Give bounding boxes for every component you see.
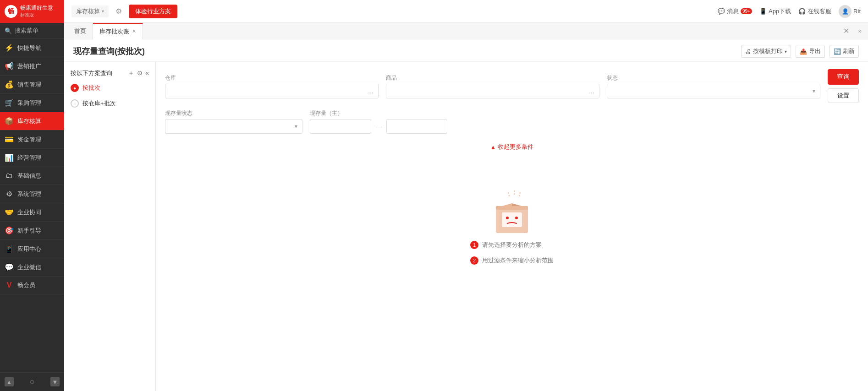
scheme-active-dot: ●: [71, 84, 79, 92]
product-filter-group: 商品 ...: [386, 74, 599, 98]
workspace: 按以下方案查询 ＋ ⊙ « ● 按批次 ○ 按仓库+批次: [64, 62, 868, 391]
messages-button[interactable]: 💬 消息 99+: [718, 7, 752, 16]
breadcrumb[interactable]: 库存核算 ▾: [71, 5, 109, 17]
sidebar-item-label: 基础信息: [17, 172, 41, 180]
sidebar-item-sales[interactable]: 💰 销售管理: [0, 76, 64, 94]
brand-version: 标准版: [20, 12, 53, 18]
warehouse-more-icon[interactable]: ...: [368, 87, 374, 95]
page-header: 现存量查询(按批次) 🖨 按模板打印 ▾ 📤 导出 🔄 刷新: [64, 39, 868, 62]
trial-button[interactable]: 体验行业方案: [129, 5, 177, 18]
close-panel-button[interactable]: ✕: [837, 27, 856, 35]
page-title: 现存量查询(按批次): [73, 46, 145, 57]
app-download-button[interactable]: 📱 App下载: [759, 7, 791, 16]
scheme-by-batch[interactable]: ● 按批次: [64, 80, 155, 96]
refresh-icon: 🔄: [834, 48, 841, 55]
settings-gear-icon[interactable]: ⚙: [112, 5, 125, 18]
status-filter-group: 状态 ▾: [607, 74, 820, 98]
online-service-label: 在线客服: [808, 7, 831, 16]
finance-icon: 💳: [5, 135, 14, 144]
sidebar-item-label: 销售管理: [17, 81, 41, 89]
collapse-left-icon[interactable]: «: [145, 69, 149, 77]
sidebar-item-quicknav[interactable]: ⚡ 快捷导航: [0, 39, 64, 57]
page-actions: 🖨 按模板打印 ▾ 📤 导出 🔄 刷新: [741, 45, 859, 58]
sidebar-item-enterprise[interactable]: 🤝 企业协同: [0, 203, 64, 222]
sidebar-item-label: 采购管理: [17, 99, 41, 107]
breadcrumb-text: 库存核算: [76, 7, 100, 16]
print-button[interactable]: 🖨 按模板打印 ▾: [741, 45, 791, 58]
brand-info: 畅康通好生意 标准版: [20, 5, 53, 18]
tab-close-icon[interactable]: ✕: [132, 28, 136, 34]
scheme-label: 按批次: [82, 84, 100, 92]
left-panel-header: 按以下方案查询 ＋ ⊙ «: [64, 66, 155, 80]
empty-illustration: [489, 186, 535, 232]
refresh-button[interactable]: 🔄 刷新: [830, 45, 859, 58]
sidebar-item-inventory[interactable]: 📦 库存核算: [0, 112, 64, 130]
sidebar-item-label: 搜索菜单: [15, 27, 38, 35]
sidebar-header: 畅 畅康通好生意 标准版: [0, 0, 64, 23]
message-icon: 💬: [718, 8, 725, 15]
sidebar-item-label: 新手引导: [17, 227, 41, 235]
topbar-left: 库存核算 ▾ ⚙ 体验行业方案: [71, 5, 713, 18]
tab-home-label: 首页: [74, 27, 86, 35]
scheme-settings-icon[interactable]: ⊙: [137, 69, 143, 77]
wechat-icon: 💬: [5, 263, 14, 272]
stock-status-select[interactable]: ▾: [165, 119, 302, 134]
sidebar-item-appstore[interactable]: 📱 应用中心: [0, 240, 64, 258]
left-panel-title: 按以下方案查询: [71, 69, 112, 77]
sidebar-item-purchase[interactable]: 🛒 采购管理: [0, 94, 64, 112]
expand-icon[interactable]: »: [856, 27, 864, 34]
business-icon: 📊: [5, 153, 14, 162]
stock-status-group: 现存量状态 ▾: [165, 109, 302, 134]
product-input[interactable]: ...: [386, 84, 599, 98]
warehouse-filter-group: 仓库 ...: [165, 74, 379, 98]
export-button[interactable]: 📤 导出: [796, 45, 825, 58]
sidebar-item-marketing[interactable]: 📢 营销推广: [0, 57, 64, 76]
phone-icon: 📱: [759, 8, 767, 15]
warehouse-input[interactable]: ...: [165, 84, 379, 98]
sidebar-item-business[interactable]: 📊 经营管理: [0, 149, 64, 167]
settings-button[interactable]: 设置: [828, 88, 859, 103]
scheme-label: 按仓库+批次: [82, 99, 116, 108]
sidebar-item-system[interactable]: ⚙ 系统管理: [0, 185, 64, 203]
product-more-icon[interactable]: ...: [589, 87, 594, 95]
sidebar-item-member[interactable]: V 畅会员: [0, 277, 64, 294]
main-content: 库存核算 ▾ ⚙ 体验行业方案 💬 消息 99+ 📱 App下载 🎧 在线客服 …: [64, 0, 868, 391]
status-select[interactable]: ▾: [607, 84, 820, 98]
filter-row-2: 现存量状态 ▾ 现存量（主） —: [165, 109, 859, 134]
sidebar-scroll-up[interactable]: ▲: [5, 377, 14, 386]
sales-icon: 💰: [5, 80, 14, 89]
sidebar-footer: ▲ ⚙ ▼: [0, 372, 64, 391]
tab-home[interactable]: 首页: [68, 23, 93, 39]
scheme-by-warehouse-batch[interactable]: ○ 按仓库+批次: [64, 96, 155, 111]
stock-qty-min-input[interactable]: [310, 119, 371, 134]
empty-steps: 1 请先选择要分析的方案 2 用过滤条件来缩小分析范围: [470, 241, 554, 267]
svg-point-4: [515, 217, 518, 219]
query-button[interactable]: 查询: [828, 69, 859, 85]
sidebar-item-search[interactable]: 🔍 搜索菜单: [0, 23, 64, 39]
empty-step-2: 2 用过滤条件来缩小分析范围: [470, 256, 554, 265]
avatar: 👤: [839, 5, 852, 18]
empty-state: 1 请先选择要分析的方案 2 用过滤条件来缩小分析范围: [165, 158, 859, 295]
sidebar-item-finance[interactable]: 💳 资金管理: [0, 130, 64, 149]
filter-row-1: 仓库 ... 商品 ... 状态: [165, 69, 859, 103]
status-chevron-icon: ▾: [813, 88, 815, 94]
sidebar-scroll-down[interactable]: ▼: [50, 377, 60, 386]
sidebar-item-guide[interactable]: 🎯 新手引导: [0, 222, 64, 240]
settings-icon[interactable]: ⚙: [29, 379, 35, 386]
user-profile[interactable]: 👤 Rit: [839, 5, 861, 18]
add-scheme-button[interactable]: ＋: [128, 69, 134, 77]
step-1-text: 请先选择要分析的方案: [482, 241, 542, 249]
sidebar-item-basic[interactable]: 🗂 基础信息: [0, 167, 64, 185]
online-service-button[interactable]: 🎧 在线客服: [798, 7, 831, 16]
tab-batch-account[interactable]: 库存批次账 ✕: [93, 23, 143, 39]
collapse-bar[interactable]: ▲ 收起更多条件: [165, 140, 859, 154]
system-icon: ⚙: [5, 190, 14, 198]
status-label: 状态: [607, 74, 820, 82]
tabbar: 首页 库存批次账 ✕ ✕ »: [64, 23, 868, 39]
print-chevron-icon: ▾: [785, 49, 787, 54]
sidebar-item-wechat[interactable]: 💬 企业微信: [0, 258, 64, 277]
stock-qty-max-input[interactable]: [386, 119, 448, 134]
action-buttons: 查询 设置: [828, 69, 859, 103]
print-label: 按模板打印: [753, 47, 783, 55]
sidebar-item-label: 应用中心: [17, 245, 41, 253]
